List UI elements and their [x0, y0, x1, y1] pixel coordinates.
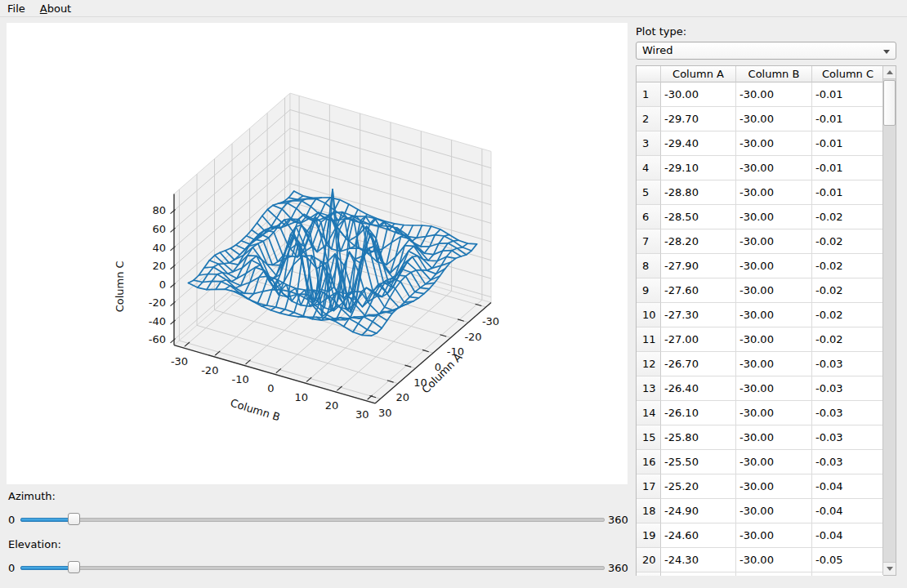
data-cell[interactable]: -25.50	[661, 450, 736, 474]
data-cell[interactable]: -30.00	[736, 229, 812, 254]
table-row[interactable]: 11-27.00-30.00-0.02	[637, 327, 883, 352]
table-row[interactable]: 3-29.40-30.00-0.01	[637, 131, 883, 156]
row-number-cell[interactable]: 8	[637, 254, 661, 278]
data-cell[interactable]: -25.80	[661, 425, 736, 450]
data-cell[interactable]: -0.02	[812, 254, 883, 278]
data-cell[interactable]: -0.03	[812, 376, 883, 401]
data-cell[interactable]: -27.00	[661, 327, 736, 352]
row-number-cell[interactable]: 13	[637, 376, 661, 401]
data-cell[interactable]: -26.40	[661, 376, 736, 401]
data-cell[interactable]: -26.70	[661, 352, 736, 376]
elevation-slider-track[interactable]	[20, 566, 605, 570]
data-cell[interactable]: -24.30	[661, 548, 736, 572]
data-cell[interactable]: -30.00	[736, 450, 812, 474]
scrollbar-thumb[interactable]	[883, 80, 896, 126]
scroll-up-button[interactable]	[883, 66, 896, 79]
data-cell[interactable]: -0.01	[812, 131, 883, 156]
row-number-cell[interactable]: 20	[637, 548, 661, 572]
row-number-cell[interactable]: 9	[637, 278, 661, 303]
table-row[interactable]: 19-24.60-30.00-0.04	[637, 523, 883, 548]
data-cell[interactable]: -0.02	[812, 303, 883, 327]
data-cell[interactable]: -30.00	[736, 425, 812, 450]
menu-item-file[interactable]: File	[0, 0, 33, 17]
data-cell[interactable]: -30.00	[736, 278, 812, 303]
table-row[interactable]: 2-29.70-30.00-0.01	[637, 107, 883, 131]
data-cell[interactable]: -0.02	[812, 327, 883, 352]
data-cell[interactable]: -24.60	[661, 523, 736, 548]
vertical-scrollbar[interactable]	[882, 66, 896, 575]
row-number-cell[interactable]: 7	[637, 229, 661, 254]
table-row[interactable]: 5-28.80-30.00-0.01	[637, 180, 883, 205]
row-number-cell[interactable]: 18	[637, 499, 661, 523]
scroll-down-button[interactable]	[883, 562, 896, 575]
data-cell[interactable]: -28.80	[661, 180, 736, 205]
column-b-header[interactable]: Column B	[736, 66, 812, 82]
table-row[interactable]: 8-27.90-30.00-0.02	[637, 254, 883, 278]
data-cell[interactable]: -0.04	[812, 523, 883, 548]
data-cell[interactable]: -30.00	[736, 548, 812, 572]
data-cell[interactable]: -0.01	[812, 156, 883, 180]
table-row[interactable]: 15-25.80-30.00-0.03	[637, 425, 883, 450]
data-cell[interactable]: -29.10	[661, 156, 736, 180]
table-corner-header[interactable]	[637, 66, 661, 82]
data-cell[interactable]: -25.20	[661, 474, 736, 499]
data-cell[interactable]: -30.00	[736, 523, 812, 548]
table-row[interactable]: 14-26.10-30.00-0.03	[637, 401, 883, 425]
row-number-cell[interactable]: 14	[637, 401, 661, 425]
data-cell[interactable]: -26.10	[661, 401, 736, 425]
data-cell[interactable]: -30.00	[736, 205, 812, 229]
table-row[interactable]: 16-25.50-30.00-0.03	[637, 450, 883, 474]
row-number-cell[interactable]: 2	[637, 107, 661, 131]
azimuth-slider-track[interactable]	[20, 518, 605, 522]
3d-wireframe-plot[interactable]: -30-20-100102030-30-20-10010203080604020…	[7, 23, 628, 484]
data-cell[interactable]: -0.03	[812, 401, 883, 425]
data-cell[interactable]: -24.90	[661, 499, 736, 523]
table-row[interactable]: 18-24.90-30.00-0.04	[637, 499, 883, 523]
elevation-slider[interactable]: 0 360	[0, 560, 628, 577]
data-cell[interactable]: -0.03	[812, 425, 883, 450]
table-row[interactable]: 9-27.60-30.00-0.02	[637, 278, 883, 303]
menu-item-about[interactable]: About	[33, 0, 78, 17]
data-cell[interactable]: -0.03	[812, 352, 883, 376]
table-row[interactable]: 13-26.40-30.00-0.03	[637, 376, 883, 401]
data-cell[interactable]: -30.00	[736, 499, 812, 523]
table-row[interactable]: 7-28.20-30.00-0.02	[637, 229, 883, 254]
data-cell[interactable]: -30.00	[736, 156, 812, 180]
data-cell[interactable]: -27.30	[661, 303, 736, 327]
data-cell[interactable]: -0.01	[812, 180, 883, 205]
row-number-cell[interactable]: 6	[637, 205, 661, 229]
row-number-cell[interactable]: 10	[637, 303, 661, 327]
table-row[interactable]: 6-28.50-30.00-0.02	[637, 205, 883, 229]
data-cell[interactable]: -30.00	[736, 180, 812, 205]
3d-plot-canvas[interactable]: -30-20-100102030-30-20-10010203080604020…	[7, 23, 628, 484]
table-row[interactable]: 10-27.30-30.00-0.02	[637, 303, 883, 327]
column-c-header[interactable]: Column C	[812, 66, 883, 82]
data-cell[interactable]: -0.02	[812, 278, 883, 303]
table-row[interactable]: 17-25.20-30.00-0.04	[637, 474, 883, 499]
azimuth-slider-handle[interactable]	[68, 513, 80, 525]
row-number-cell[interactable]: 5	[637, 180, 661, 205]
data-cell[interactable]: -0.04	[812, 499, 883, 523]
data-cell[interactable]: -28.20	[661, 229, 736, 254]
data-cell[interactable]: -30.00	[736, 82, 812, 107]
data-cell[interactable]: -29.40	[661, 131, 736, 156]
data-cell[interactable]: -0.03	[812, 450, 883, 474]
table-row[interactable]: 20-24.30-30.00-0.05	[637, 548, 883, 572]
data-cell[interactable]: -30.00	[736, 352, 812, 376]
table-row[interactable]: 12-26.70-30.00-0.03	[637, 352, 883, 376]
data-cell[interactable]: -27.60	[661, 278, 736, 303]
data-cell[interactable]: -0.01	[812, 107, 883, 131]
data-cell[interactable]: -30.00	[736, 303, 812, 327]
data-cell[interactable]: -30.00	[736, 474, 812, 499]
azimuth-slider[interactable]: 0 360	[0, 512, 628, 528]
row-number-cell[interactable]: 1	[637, 82, 661, 107]
table-row[interactable]: 1-30.00-30.00-0.01	[637, 82, 883, 107]
data-cell[interactable]: -0.05	[812, 548, 883, 572]
row-number-cell[interactable]: 12	[637, 352, 661, 376]
data-cell[interactable]: -0.02	[812, 205, 883, 229]
data-cell[interactable]: -0.02	[812, 229, 883, 254]
table-row[interactable]: 4-29.10-30.00-0.01	[637, 156, 883, 180]
row-number-cell[interactable]: 4	[637, 156, 661, 180]
data-cell[interactable]: -30.00	[736, 131, 812, 156]
plot-type-dropdown[interactable]: Wired	[636, 42, 896, 60]
